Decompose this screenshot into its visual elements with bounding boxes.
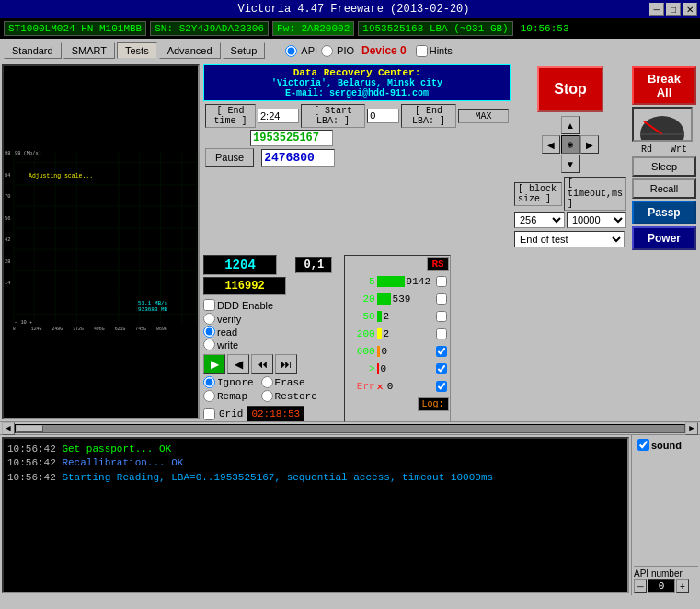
stop-button[interactable]: Stop [537,66,603,112]
hist-label-gt: > [348,363,375,374]
hist-cb-5[interactable] [436,276,447,287]
hist-label-600: 600 [348,346,375,357]
nav-cross: ▲ ◀ ◉ ▶ ▼ [542,116,599,173]
top-controls-row: Data Recovery Center: 'Victoria', Belaru… [203,64,698,252]
passp-button[interactable]: Passp [632,201,696,224]
hist-label-5: 5 [348,276,375,287]
back-button[interactable]: ◀ [227,354,249,374]
tab-smart[interactable]: SMART [63,42,115,59]
big-buttons-section: Break All Rd Wrt Sleep Recall Passp Po [630,64,698,252]
data-recovery-box: Data Recovery Center: 'Victoria', Belaru… [203,64,511,101]
power-button[interactable]: Power [632,226,696,250]
svg-text:Adjusting scale...: Adjusting scale... [29,173,93,179]
api-minus-button[interactable]: ─ [634,579,647,593]
read-radio[interactable] [203,326,215,338]
sleep-button[interactable]: Sleep [632,156,696,177]
nav-center: ◉ [561,135,580,154]
sound-checkbox[interactable] [637,439,649,451]
end-lba-input[interactable] [250,130,333,146]
recall-button[interactable]: Recall [632,178,696,199]
hist-cb-gt[interactable] [436,363,447,374]
window-controls: ─ □ ✕ [649,3,697,16]
log-msg-1: Get passport... OK [62,443,171,454]
read-label[interactable]: read [217,327,237,338]
err-cb[interactable] [436,381,447,392]
verify-label[interactable]: verify [217,314,241,325]
erase-label[interactable]: Erase [275,377,305,388]
hints-label[interactable]: Hints [430,45,453,56]
kbs-unit: kb/s [289,281,313,292]
erase-radio[interactable] [261,376,273,388]
scroll-right-arrow[interactable]: ▶ [685,422,698,435]
rs-label[interactable]: RS [427,257,448,271]
lba-row-3: Pause [205,148,509,167]
svg-text:14: 14 [5,280,11,286]
kbs-row: 116992 kb/s [203,277,342,295]
api-label[interactable]: API [301,45,317,56]
timeout-select[interactable]: 10000 [567,212,626,228]
test-type-select[interactable]: End of test [514,231,625,247]
remap-label[interactable]: Remap [217,391,247,402]
sound-label[interactable]: sound [651,440,682,451]
grid-label[interactable]: Grid [219,408,243,419]
title-bar: Victoria 4.47 Freeware (2013-02-20) ─ □ … [0,0,700,18]
tab-advanced[interactable]: Advanced [159,42,221,59]
api-plus-button[interactable]: + [676,579,689,593]
pio-label[interactable]: PIO [337,45,354,56]
pio-radio[interactable] [321,45,333,57]
remap-radio[interactable] [203,390,215,402]
block-size-select[interactable]: 256 [514,212,565,228]
time-input[interactable] [258,109,299,123]
log-line-2: 10:56:42 Recallibration... OK [7,456,624,470]
write-label[interactable]: write [217,339,238,350]
tab-setup[interactable]: Setup [223,42,266,59]
hist-cb-50[interactable] [436,311,447,322]
grid-checkbox[interactable] [203,408,215,420]
hist-cb-200[interactable] [436,328,447,339]
nav-right[interactable]: ▶ [580,135,599,154]
log-label-container: Log: [346,397,449,411]
log-label[interactable]: Log: [418,397,449,411]
mb-unit: Mb [280,259,293,271]
skip-fwd-button[interactable]: ⏭ [275,354,297,374]
svg-text:496G: 496G [94,327,105,331]
scroll-left-arrow[interactable]: ◀ [2,422,15,435]
scroll-track[interactable] [15,424,685,433]
hist-cb-20[interactable] [436,293,447,304]
restore-row: Restore [261,390,317,402]
tab-tests[interactable]: Tests [117,42,157,59]
play-button[interactable]: ▶ [203,354,225,374]
nav-down[interactable]: ▼ [561,155,580,173]
hints-group: Hints [416,45,453,57]
horizontal-scrollbar[interactable]: ◀ ▶ [0,421,700,434]
pct-unit: % [335,259,341,271]
minimize-button[interactable]: ─ [649,3,664,16]
verify-radio[interactable] [203,313,215,325]
mb-value: 1204 [203,255,277,275]
maximize-button[interactable]: □ [666,3,681,16]
svg-text:124G: 124G [31,327,42,331]
tab-standard[interactable]: Standard [4,42,62,59]
hist-cb-600[interactable] [436,346,447,357]
write-radio[interactable] [203,339,215,350]
restore-radio[interactable] [261,390,273,402]
ignore-remap-col: Ignore Remap [203,376,254,402]
svg-text:923683 MB: 923683 MB [138,306,168,313]
ddd-checkbox[interactable] [203,299,215,311]
api-radio[interactable] [285,45,297,57]
pause-button[interactable]: Pause [205,148,254,167]
hist-bar-50: 2 [377,311,434,322]
scroll-thumb[interactable] [16,425,43,432]
nav-left[interactable]: ◀ [542,135,560,154]
hints-checkbox[interactable] [416,45,428,57]
nav-up[interactable]: ▲ [561,116,580,134]
break-all-button[interactable]: Break All [632,66,696,105]
close-button[interactable]: ✕ [683,3,697,16]
skip-back-button[interactable]: ⏮ [251,354,273,374]
ignore-radio[interactable] [203,376,215,388]
ddd-label[interactable]: DDD Enable [217,300,273,311]
ignore-label[interactable]: Ignore [217,377,254,388]
start-lba-input[interactable] [367,109,399,123]
restore-label[interactable]: Restore [275,391,317,402]
lba-count-input[interactable] [261,149,335,167]
